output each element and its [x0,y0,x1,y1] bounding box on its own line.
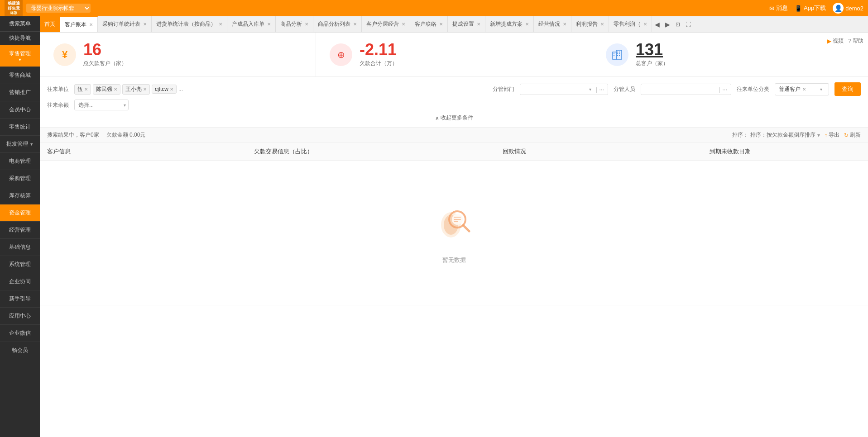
tag-close-wang[interactable]: ✕ [143,87,147,92]
tabs-prev-btn[interactable]: ◀ [652,21,662,28]
collapse-label: 收起更多条件 [441,114,473,122]
tabs-menu-btn[interactable]: ⊡ [673,21,683,28]
svg-rect-17 [454,221,458,222]
tab-home[interactable]: 首页 [40,16,60,33]
stat-number-credit-customers[interactable]: 16 [83,42,127,58]
sidebar-item-finance-mgmt[interactable]: 资金管理 [0,204,40,222]
category-tag-label: 普通客户 [779,86,801,93]
sidebar-item-member-center[interactable]: 会员中心 [0,101,40,119]
collapse-btn[interactable]: ∧ 收起更多条件 [435,114,473,122]
sidebar-item-marketing[interactable]: 营销推广 [0,84,40,101]
sidebar-item-system-mgmt[interactable]: 系统管理 [0,256,40,273]
tab-product-analysis-list[interactable]: 商品分析列表 ✕ [313,16,362,33]
sidebar-item-retail-stats[interactable]: 零售统计 [0,119,40,136]
filter-balance-select[interactable]: 选择... [74,100,129,110]
app-subtitle: 标版 [10,11,17,15]
stat-info-credit: 16 总欠款客户（家） [83,42,127,67]
sidebar-item-basic-info[interactable]: 基础信息 [0,239,40,256]
person-more-icon[interactable]: ··· [722,86,727,93]
message-btn[interactable]: ✉ 消息 [769,4,788,12]
tab-retail-profit[interactable]: 零售利润（ ✕ [609,16,652,33]
col-customer-info: 客户信息 [40,143,247,161]
tab-close-btn[interactable]: ✕ [267,22,271,27]
sidebar-item-business-mgmt[interactable]: 经营管理 [0,222,40,239]
table-row: 暂无数据 [40,161,868,305]
tab-close-btn[interactable]: ✕ [525,22,529,27]
tab-close-btn[interactable]: ✕ [219,22,222,27]
sidebar-quick-nav[interactable]: 快捷导航 [0,32,40,45]
top-bar: 畅捷通 好生意 标版 母婴行业演示帐套 ✉ 消息 📱 App下载 👤 [0,0,868,16]
account-select[interactable]: 母婴行业演示帐套 [26,4,91,13]
sidebar-item-ecommerce[interactable]: 电商管理 [0,153,40,170]
tab-close-btn[interactable]: ✕ [143,22,147,27]
dept-more-icon[interactable]: ··· [599,86,604,93]
tab-profit-report[interactable]: 利润报告 ✕ [571,16,609,33]
content-area: 首页 客户账本 ✕ 采购订单统计表 ✕ 进货单统计表（按商品） ✕ 产成品入库单… [40,16,868,437]
sidebar-item-vip-member[interactable]: 畅会员 [0,342,40,359]
svg-rect-2 [614,53,614,54]
tab-close-btn[interactable]: ✕ [600,22,604,27]
tab-customer-book[interactable]: 客户账本 ✕ [60,16,98,33]
sidebar-item-wholesale-mgmt[interactable]: 批发管理 ▼ [0,136,40,153]
sidebar-search[interactable]: 搜索菜单 [0,16,40,32]
tab-customer-segment[interactable]: 客户分层经营 ✕ [362,16,410,33]
more-tags-btn[interactable]: ... [178,86,183,92]
filter-tags-unit: 伍 ✕ 陈民强 ✕ 王小亮 ✕ [74,84,487,95]
tab-label: 利润报告 [576,20,598,28]
tab-label: 首页 [44,20,55,28]
empty-cell: 暂无数据 [40,161,868,305]
tab-close-btn[interactable]: ✕ [305,22,308,27]
credit-amount-label: 欠款金额 0.00元 [106,131,146,139]
tab-commission-settings[interactable]: 提成设置 ✕ [448,16,485,33]
tab-new-commission[interactable]: 新增提成方案 ✕ [485,16,534,33]
collapse-icon: ∧ [435,115,439,121]
filter-label-category: 往来单位分类 [737,86,769,93]
tab-label: 客户账本 [65,21,86,28]
stat-number-total-customers[interactable]: 131 [636,42,668,58]
refresh-btn[interactable]: ↻ 刷新 [844,131,861,139]
tab-close-btn[interactable]: ✕ [563,22,566,27]
search-result-label: 搜索结果中，客户0家 [47,131,99,139]
person-input-field[interactable] [645,86,717,92]
tabs-fullscreen-btn[interactable]: ⛶ [683,21,694,28]
tab-purchase-stats[interactable]: 进货单统计表（按商品） ✕ [152,16,227,33]
sidebar-item-retail-mgmt[interactable]: 零售管理 ▼ [0,45,40,67]
sidebar-item-app-center[interactable]: 应用中心 [0,308,40,325]
tag-close-chen[interactable]: ✕ [114,87,117,92]
svg-rect-4 [617,52,618,52]
sidebar-item-retail-shop[interactable]: 零售商城 [0,67,40,84]
sidebar-item-new-user-guide[interactable]: 新手引导 [0,290,40,308]
tab-close-btn[interactable]: ✕ [643,22,647,27]
tab-close-btn[interactable]: ✕ [89,22,93,27]
sidebar-item-purchase-mgmt[interactable]: 采购管理 [0,170,40,187]
sidebar-item-inventory[interactable]: 库存核算 [0,187,40,204]
filter-dept-input: ▾ | ··· [520,84,608,95]
tab-purchase-order[interactable]: 采购订单统计表 ✕ [98,16,152,33]
tab-label: 客户联络 [415,20,436,28]
tab-label: 零售利润（ [614,20,641,28]
tab-customer-contact[interactable]: 客户联络 ✕ [410,16,448,33]
tag-close-cjttcw[interactable]: ✕ [170,87,173,92]
dept-input-field[interactable] [524,86,592,92]
tab-cost-receipt[interactable]: 产成品入库单 ✕ [227,16,276,33]
app-download-btn[interactable]: 📱 App下载 [795,4,826,12]
app-logo: 畅捷通 好生意 标版 [5,0,23,16]
message-icon: ✉ [769,5,774,12]
svg-rect-7 [619,53,620,54]
tab-product-analysis[interactable]: 商品分析 ✕ [276,16,313,33]
sidebar-item-enterprise-collab[interactable]: 企业协同 [0,273,40,290]
tab-close-btn[interactable]: ✕ [439,22,443,27]
query-button[interactable]: 查询 [834,82,861,96]
tabs-next-btn[interactable]: ▶ [662,21,673,28]
col-due-date: 到期未收款日期 [702,143,868,161]
sidebar-item-enterprise-wechat[interactable]: 企业微信 [0,325,40,342]
tab-close-btn[interactable]: ✕ [402,22,405,27]
tag-close-ou[interactable]: ✕ [84,87,88,92]
stat-info-total: 131 总客户（家） [636,42,668,67]
tab-close-btn[interactable]: ✕ [353,22,357,27]
export-btn[interactable]: ↑ 导出 [825,131,839,139]
tab-business-status[interactable]: 经营情况 ✕ [534,16,571,33]
user-menu[interactable]: 👤 demo2 [833,3,863,14]
tab-close-btn[interactable]: ✕ [477,22,480,27]
category-tag-close[interactable]: ✕ [802,87,806,92]
